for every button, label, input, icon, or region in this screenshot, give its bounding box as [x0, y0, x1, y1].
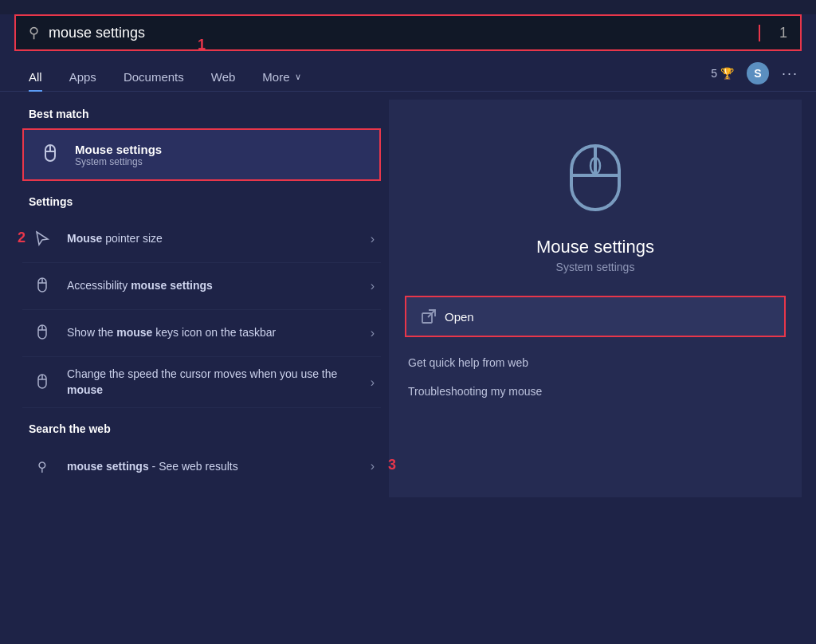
chevron-right-icon: › — [371, 375, 375, 390]
open-button-label: Open — [445, 310, 474, 324]
trophy-icon: 🏆 — [720, 67, 734, 80]
settings-item-text: Mouse pointer size — [67, 231, 359, 247]
annotation-2: 2 — [18, 230, 26, 246]
tab-apps[interactable]: Apps — [58, 64, 108, 90]
mouse-keys-icon — [29, 320, 56, 347]
settings-label: Settings — [22, 195, 381, 208]
tab-more[interactable]: More ∨ — [251, 64, 312, 90]
settings-list: Mouse pointer size › Accessibility mouse… — [22, 216, 381, 408]
search-window: 1 2 3 ⚲ mouse settings 1 All Apps Docume… — [0, 14, 816, 644]
list-item[interactable]: Accessibility mouse settings › — [22, 263, 381, 310]
annotation-3: 3 — [388, 457, 396, 473]
tab-all[interactable]: All — [18, 64, 53, 90]
search-icon: ⚲ — [29, 24, 39, 41]
result-subtitle: System settings — [556, 261, 635, 273]
chevron-right-icon: › — [371, 326, 375, 340]
chevron-right-icon: › — [371, 279, 375, 293]
points-badge: 5 🏆 — [711, 67, 734, 80]
best-match-item[interactable]: Mouse settings System settings — [22, 128, 381, 181]
list-item[interactable]: Mouse pointer size › — [22, 216, 381, 263]
web-search-item[interactable]: ⚲ mouse settings - See web results › — [22, 443, 381, 489]
chevron-down-icon: ∨ — [295, 72, 301, 82]
settings-item-text: Show the mouse keys icon on the taskbar — [67, 325, 359, 341]
accessibility-mouse-icon — [29, 273, 56, 300]
best-match-title: Mouse settings — [75, 143, 367, 156]
search-bar[interactable]: ⚲ mouse settings 1 — [14, 14, 802, 51]
tab-web[interactable]: Web — [200, 64, 247, 90]
user-avatar[interactable]: S — [747, 62, 769, 84]
mouse-pointer-icon — [29, 226, 56, 253]
settings-item-text: Change the speed the cursor moves when y… — [67, 367, 359, 398]
left-panel: Best match Mouse settings System setting… — [14, 92, 389, 505]
settings-item-text: Accessibility mouse settings — [67, 278, 359, 294]
right-panel: Mouse settings System settings Open Get … — [389, 100, 802, 497]
chevron-right-icon: › — [371, 232, 375, 246]
tabs-bar: All Apps Documents Web More ∨ 5 🏆 S ··· — [0, 51, 816, 92]
best-match-subtitle: System settings — [75, 156, 367, 167]
best-match-label: Best match — [22, 108, 381, 120]
web-search-label: Search the web — [22, 422, 381, 435]
chevron-right-icon: › — [371, 459, 375, 473]
open-external-icon — [421, 308, 437, 324]
web-search-icon: ⚲ — [29, 453, 56, 480]
tabs-right: 5 🏆 S ··· — [711, 62, 798, 91]
search-badge: 1 — [770, 25, 787, 41]
best-match-text: Mouse settings System settings — [75, 143, 367, 167]
cursor-speed-icon — [29, 369, 56, 396]
web-search-text: mouse settings - See web results — [67, 460, 359, 473]
result-title: Mouse settings — [536, 237, 654, 257]
more-options-button[interactable]: ··· — [782, 65, 798, 82]
tab-documents[interactable]: Documents — [112, 64, 195, 90]
search-input[interactable]: mouse settings — [49, 25, 760, 41]
list-item[interactable]: Show the mouse keys icon on the taskbar … — [22, 310, 381, 357]
list-item[interactable]: Change the speed the cursor moves when y… — [22, 357, 381, 408]
troubleshoot-link[interactable]: Troubleshooting my mouse — [405, 377, 786, 406]
result-icon-area — [563, 139, 627, 222]
mouse-settings-icon — [37, 141, 64, 168]
main-content: Best match Mouse settings System setting… — [14, 92, 802, 505]
annotation-1: 1 — [198, 37, 206, 53]
quick-help-link[interactable]: Get quick help from web — [405, 348, 786, 377]
open-button[interactable]: Open — [405, 296, 786, 337]
